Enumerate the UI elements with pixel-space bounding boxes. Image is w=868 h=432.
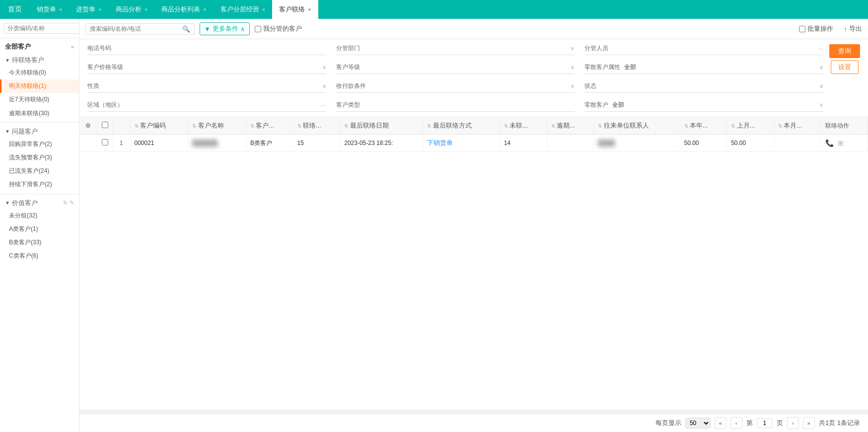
main-layout: 🔍 全部客户 « ▼ 待联络客户 今天待联络(0) 明天待联络(1) 近7天待联… xyxy=(0,19,868,432)
query-button[interactable]: 查询 xyxy=(829,44,860,58)
sort-icon-overdue: ⇅ xyxy=(551,123,555,129)
first-page-btn[interactable]: « xyxy=(715,417,726,429)
sidebar-item-class-c[interactable]: C类客户(6) xyxy=(0,249,79,263)
arrow-problem: ▼ xyxy=(5,129,10,134)
row-check[interactable] xyxy=(102,139,108,145)
gender-chevron[interactable]: ∨ xyxy=(322,83,326,89)
sidebar-item-today[interactable]: 今天待联络(0) xyxy=(0,66,79,79)
dept-chevron[interactable]: ∨ xyxy=(571,45,575,52)
filter-cell-ctype: 客户类型 xyxy=(336,101,575,112)
prev-page-btn[interactable]: ‹ xyxy=(730,417,742,429)
value-customers-group[interactable]: ▼ 价值客户 ↻ ✎ xyxy=(0,196,79,209)
sidebar-search-input[interactable] xyxy=(4,23,79,34)
sort-icon-tmonth: ⇅ xyxy=(778,123,782,129)
main-search-icon[interactable]: 🔍 xyxy=(182,25,190,33)
sidebar-search-area: 🔍 xyxy=(0,19,79,38)
retail-customer-chevron[interactable]: ∨ xyxy=(819,102,823,108)
sidebar-item-lost[interactable]: 已流失客户(24) xyxy=(0,164,79,178)
main-search-input[interactable] xyxy=(90,25,182,32)
filter-cell-payment: 收付款条件 ∨ xyxy=(336,82,575,93)
sort-icon-year: ⇅ xyxy=(684,123,688,129)
manager-dots[interactable]: ··· xyxy=(818,45,823,52)
td-no-contact: 14 xyxy=(500,135,547,152)
problem-customers-group[interactable]: ▼ 问题客户 xyxy=(0,125,79,138)
th-gear[interactable]: ⚙ xyxy=(79,117,97,135)
nav-tab-analysis[interactable]: 商品分析 × xyxy=(109,0,154,19)
payment-chevron[interactable]: ∨ xyxy=(571,83,575,89)
payment-label: 收付款条件 xyxy=(336,82,366,90)
filter-row-1: 电话号码 分管部门 ∨ 分管人员 ··· xyxy=(87,44,823,55)
sidebar-item-tomorrow[interactable]: 明天待联络(1) xyxy=(0,79,79,93)
td-gear xyxy=(79,135,97,152)
pending-contact-group[interactable]: ▼ 待联络客户 xyxy=(0,53,79,66)
sort-icon-lmonth: ⇅ xyxy=(731,123,735,129)
filter-cell-phone: 电话号码 xyxy=(87,44,326,55)
more-filters-btn[interactable]: ▼ 更多条件 ∧ xyxy=(200,22,250,35)
table-row: 1 000021 ██████ B类客户 15 2023-05-23 18:25… xyxy=(79,135,868,152)
filter-cell-region: 区域（地区） ··· xyxy=(87,101,326,112)
td-action: 📞 ⊞ xyxy=(821,135,868,152)
grid-action-icon[interactable]: ⊞ xyxy=(838,139,844,147)
close-tab-purchase[interactable]: × xyxy=(98,6,101,12)
td-last-date: 2023-05-23 18:25: xyxy=(340,135,423,152)
table-container: ⚙ ⇅ 客户编码 ⇅ 客户名称 ⇅ 客户... xyxy=(79,117,868,410)
page-number-input[interactable] xyxy=(757,418,773,428)
price-chevron[interactable]: ∨ xyxy=(322,64,326,71)
horizontal-scrollbar[interactable] xyxy=(79,410,868,414)
dept-label: 分管部门 xyxy=(336,44,360,53)
next-page-btn[interactable]: › xyxy=(787,417,799,429)
sidebar-item-ungrouped[interactable]: 未分组(32) xyxy=(0,209,79,222)
batch-check[interactable] xyxy=(799,26,805,32)
td-overdue xyxy=(547,135,594,152)
th-code: ⇅ 客户编码 xyxy=(130,117,188,135)
settings-button[interactable]: 设置 xyxy=(831,60,859,74)
my-customers-check[interactable] xyxy=(255,26,261,32)
collapse-sidebar-icon[interactable]: « xyxy=(71,44,74,50)
retail-customer-value: 全部 xyxy=(612,101,819,109)
sort-icon-unit: ⇅ xyxy=(598,123,602,129)
nav-home[interactable]: 首页 xyxy=(0,0,30,19)
region-dots[interactable]: ··· xyxy=(321,101,326,109)
retail-customer-label: 零散客户 xyxy=(584,101,608,109)
clevel-chevron[interactable]: ∨ xyxy=(571,64,575,71)
filter-cell-clevel: 客户等级 ∨ xyxy=(336,63,575,74)
per-page-select[interactable]: 50 100 200 xyxy=(685,418,711,429)
close-tab-analysis-list[interactable]: × xyxy=(203,6,206,12)
sidebar-item-7days[interactable]: 近7天待联络(0) xyxy=(0,93,79,106)
sidebar-item-class-a[interactable]: A类客户(1) xyxy=(0,222,79,236)
retail-attr-chevron[interactable]: ∨ xyxy=(819,64,823,71)
nav-tab-customer-contact[interactable]: 客户联络 × xyxy=(272,0,318,19)
clevel-label: 客户等级 xyxy=(336,63,360,72)
td-check[interactable] xyxy=(97,135,112,152)
sidebar-item-overdue[interactable]: 逾期未联络(30) xyxy=(0,107,79,120)
nav-tab-purchase[interactable]: 进货单 × xyxy=(69,0,108,19)
nav-tab-analysis-list[interactable]: 商品分析列表 × xyxy=(154,0,213,19)
sidebar-item-warning[interactable]: 流失预警客户(3) xyxy=(0,151,79,164)
nav-tab-sales[interactable]: 销货单 × xyxy=(30,0,69,19)
close-tab-customer-contact[interactable]: × xyxy=(308,6,311,12)
select-all-check[interactable] xyxy=(102,122,108,128)
batch-operations-btn[interactable]: 批量操作 xyxy=(799,24,833,33)
sidebar-item-declining[interactable]: 持续下滑客户(2) xyxy=(0,178,79,191)
th-action: 联络动作 xyxy=(821,117,868,135)
close-tab-analysis[interactable]: × xyxy=(145,6,147,12)
sidebar-item-abnormal[interactable]: 回购异常客户(2) xyxy=(0,138,79,151)
edit-icon[interactable]: ✎ xyxy=(70,200,74,206)
total-records-label: 共1页 1条记录 xyxy=(819,419,860,428)
last-page-btn[interactable]: » xyxy=(803,417,815,429)
close-tab-sales[interactable]: × xyxy=(59,6,62,12)
nav-tab-customer-segment[interactable]: 客户分层经营 × xyxy=(214,0,272,19)
table-footer: 每页显示 50 100 200 « ‹ 第 页 › » 共1页 1条记录 xyxy=(79,414,868,432)
th-check[interactable] xyxy=(97,117,112,135)
last-contact-way-link[interactable]: 下销货单 xyxy=(427,139,453,146)
export-btn[interactable]: ↑ 导出 xyxy=(844,24,863,33)
sidebar-item-class-b[interactable]: B类客户(33) xyxy=(0,236,79,249)
filter-row-4: 区域（地区） ··· 客户类型 零散客户 全部 ∨ xyxy=(87,101,823,112)
phone-action-icon[interactable]: 📞 xyxy=(825,139,834,147)
sort-icon-contact: ⇅ xyxy=(297,123,301,129)
status-chevron[interactable]: ∨ xyxy=(819,83,823,89)
close-tab-customer-segment[interactable]: × xyxy=(262,6,265,12)
my-customers-checkbox[interactable]: 我分管的客户 xyxy=(255,24,302,33)
region-label: 区域（地区） xyxy=(87,101,123,109)
refresh-icon[interactable]: ↻ xyxy=(63,200,68,206)
